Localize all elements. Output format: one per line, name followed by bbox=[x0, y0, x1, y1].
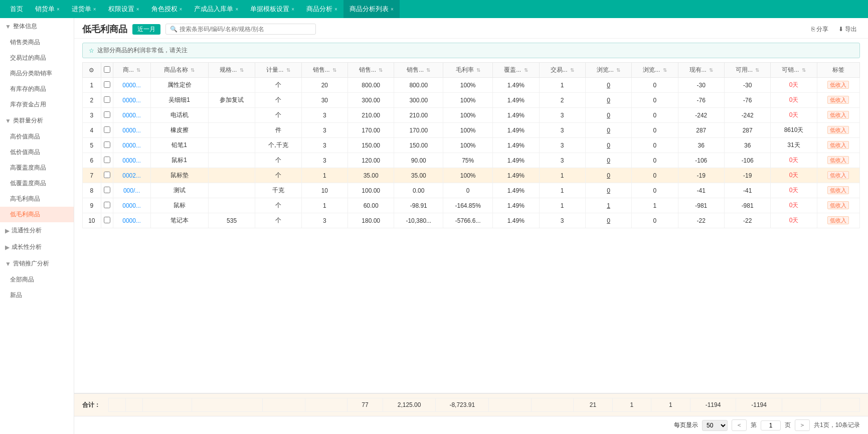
table-wrapper: ⚙ 商... ⇅ 商品名称 ⇅ 规格... ⇅ 计量... ⇅ 销售... ⇅ … bbox=[74, 62, 868, 393]
row-checkbox-cell[interactable] bbox=[101, 123, 113, 138]
sort-icon[interactable]: ⇅ bbox=[709, 67, 713, 73]
sidebar-item-traded-goods[interactable]: 交易过的商品 bbox=[0, 50, 74, 66]
row-view1[interactable]: 1 bbox=[585, 198, 631, 213]
row-view1[interactable]: 0 bbox=[585, 213, 631, 228]
search-input[interactable] bbox=[180, 26, 280, 33]
sort-icon[interactable]: ⇅ bbox=[379, 67, 383, 73]
select-all-checkbox[interactable] bbox=[104, 66, 110, 73]
sort-icon[interactable]: ⇅ bbox=[616, 67, 620, 73]
row-checkbox-cell[interactable] bbox=[101, 78, 113, 93]
sort-icon[interactable]: ⇅ bbox=[332, 67, 336, 73]
nav-purchase-order[interactable]: 进货单 × bbox=[66, 0, 102, 18]
close-icon[interactable]: × bbox=[93, 7, 96, 12]
sidebar-item-in-stock-goods[interactable]: 有库存的商品 bbox=[0, 81, 74, 97]
sidebar-item-sales-goods[interactable]: 销售类商品 bbox=[0, 35, 74, 50]
sidebar-section-cluster-analysis[interactable]: ▼ 类群量分析 bbox=[0, 112, 74, 129]
row-checkbox[interactable] bbox=[104, 141, 110, 148]
row-checkbox[interactable] bbox=[104, 111, 110, 118]
close-icon[interactable]: × bbox=[391, 7, 394, 12]
row-checkbox[interactable] bbox=[104, 217, 110, 223]
close-icon[interactable]: × bbox=[334, 7, 337, 12]
sidebar-item-stock-capital[interactable]: 库存资金占用 bbox=[0, 97, 74, 112]
row-checkbox-cell[interactable] bbox=[101, 213, 113, 228]
page-number-input[interactable] bbox=[761, 420, 781, 430]
sort-icon[interactable]: ⇅ bbox=[663, 67, 667, 73]
period-button[interactable]: 近一月 bbox=[132, 24, 160, 35]
sort-icon[interactable]: ⇅ bbox=[476, 67, 480, 73]
row-checkbox[interactable] bbox=[104, 126, 110, 133]
sidebar-item-low-coverage[interactable]: 低覆盖度商品 bbox=[0, 176, 74, 191]
row-checkbox-cell[interactable] bbox=[101, 138, 113, 153]
row-transaction: 2 bbox=[539, 93, 585, 108]
sort-icon[interactable]: ⇅ bbox=[570, 67, 574, 73]
sidebar-item-high-margin[interactable]: 高毛利商品 bbox=[0, 191, 74, 207]
nav-home[interactable]: 首页 bbox=[4, 0, 29, 18]
sidebar-section-growth[interactable]: ▶ 成长性分析 bbox=[0, 239, 74, 255]
search-box[interactable]: 🔍 bbox=[165, 24, 316, 35]
sidebar-section-marketing[interactable]: ▼ 营销推广分析 bbox=[0, 255, 74, 272]
row-checkbox-cell[interactable] bbox=[101, 93, 113, 108]
nav-sales-order[interactable]: 销货单 × bbox=[29, 0, 66, 18]
sort-icon[interactable]: ⇅ bbox=[191, 67, 195, 73]
close-icon[interactable]: × bbox=[180, 7, 183, 12]
row-tag: 低收入 bbox=[817, 213, 859, 228]
row-checkbox-cell[interactable] bbox=[101, 183, 113, 198]
next-page-button[interactable]: ＞ bbox=[795, 419, 810, 431]
row-view1[interactable]: 0 bbox=[585, 93, 631, 108]
row-checkbox[interactable] bbox=[104, 202, 110, 208]
row-checkbox-cell[interactable] bbox=[101, 198, 113, 213]
close-icon[interactable]: × bbox=[57, 7, 60, 12]
sort-icon[interactable]: ⇅ bbox=[286, 67, 290, 73]
row-view1[interactable]: 0 bbox=[585, 183, 631, 198]
nav-permission-settings[interactable]: 权限设置 × bbox=[102, 0, 145, 18]
row-checkbox[interactable] bbox=[104, 187, 110, 193]
sidebar-item-category-sales-rate[interactable]: 商品分类助销率 bbox=[0, 66, 74, 81]
per-page-select[interactable]: 50 20 100 bbox=[702, 420, 728, 431]
sidebar-item-low-margin[interactable]: 低毛利商品 bbox=[0, 207, 74, 222]
nav-role-auth[interactable]: 角色授权 × bbox=[145, 0, 189, 18]
row-view1[interactable]: 0 bbox=[585, 153, 631, 168]
nav-product-inbound[interactable]: 产成品入库单 × bbox=[188, 0, 244, 18]
row-view1[interactable]: 0 bbox=[585, 78, 631, 93]
sidebar-section-overview[interactable]: ▼ 整体信息 bbox=[0, 18, 74, 35]
close-icon[interactable]: × bbox=[291, 7, 294, 12]
table-row: 1 0000... 属性定价 个 20 800.00 800.00 100% 1… bbox=[83, 78, 860, 93]
sort-icon[interactable]: ⇅ bbox=[240, 67, 244, 73]
sidebar-item-high-coverage[interactable]: 高覆盖度商品 bbox=[0, 160, 74, 176]
sort-icon[interactable]: ⇅ bbox=[136, 67, 140, 73]
nav-product-analysis[interactable]: 商品分析 × bbox=[300, 0, 343, 18]
row-view1[interactable]: 0 bbox=[585, 108, 631, 123]
nav-product-analysis-list[interactable]: 商品分析列表 × bbox=[343, 0, 400, 18]
col-settings[interactable]: ⚙ bbox=[83, 63, 101, 78]
row-checkbox[interactable] bbox=[104, 172, 110, 178]
row-view1[interactable]: 0 bbox=[585, 138, 631, 153]
row-spec bbox=[208, 168, 255, 183]
row-view1[interactable]: 0 bbox=[585, 168, 631, 183]
share-button[interactable]: ⎘ 分享 bbox=[808, 24, 831, 35]
col-checkbox[interactable] bbox=[101, 63, 113, 78]
close-icon[interactable]: × bbox=[235, 7, 238, 12]
sort-icon[interactable]: ⇅ bbox=[802, 67, 806, 73]
close-icon[interactable]: × bbox=[136, 7, 139, 12]
row-view1[interactable]: 0 bbox=[585, 123, 631, 138]
sidebar-item-new-goods[interactable]: 新品 bbox=[0, 287, 74, 303]
sidebar-item-all-goods[interactable]: 全部商品 bbox=[0, 272, 74, 287]
row-checkbox[interactable] bbox=[104, 81, 110, 88]
row-checkbox-cell[interactable] bbox=[101, 153, 113, 168]
sidebar-section-liquidity[interactable]: ▶ 流通性分析 bbox=[0, 222, 74, 239]
footer-view1: 1 bbox=[612, 398, 651, 412]
row-checkbox-cell[interactable] bbox=[101, 108, 113, 123]
sort-icon[interactable]: ⇅ bbox=[426, 67, 430, 73]
row-transaction: 3 bbox=[539, 123, 585, 138]
row-checkbox[interactable] bbox=[104, 157, 110, 163]
sort-icon[interactable]: ⇅ bbox=[755, 67, 759, 73]
export-button[interactable]: ⬇ 导出 bbox=[835, 24, 860, 35]
prev-page-button[interactable]: ＜ bbox=[732, 419, 747, 431]
sort-icon[interactable]: ⇅ bbox=[524, 67, 528, 73]
sidebar-item-high-value[interactable]: 高价值商品 bbox=[0, 129, 74, 144]
row-checkbox[interactable] bbox=[104, 96, 110, 103]
nav-template-settings[interactable]: 单据模板设置 × bbox=[244, 0, 300, 18]
sidebar-item-low-value[interactable]: 低价值商品 bbox=[0, 144, 74, 160]
row-checkbox-cell[interactable] bbox=[101, 168, 113, 183]
row-unit: 个 bbox=[255, 153, 301, 168]
